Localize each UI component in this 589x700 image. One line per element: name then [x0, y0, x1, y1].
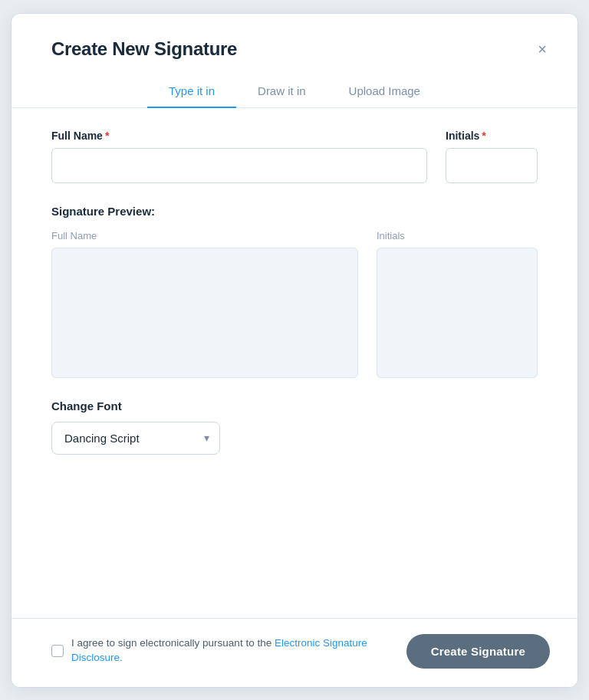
form-input-row: Full Name* Initials* — [51, 130, 538, 183]
font-select[interactable]: Dancing Script Pacifico Great Vibes Sati… — [51, 422, 220, 455]
full-name-label: Full Name* — [51, 130, 427, 142]
initials-preview-box — [377, 248, 538, 378]
create-signature-modal: Create New Signature × Type it in Draw i… — [11, 13, 578, 688]
preview-section-title: Signature Preview: — [51, 205, 538, 218]
tabs-container: Type it in Draw it in Upload Image — [12, 75, 577, 108]
change-font-section: Change Font Dancing Script Pacifico Grea… — [51, 399, 538, 455]
close-button[interactable]: × — [535, 38, 550, 60]
agreement-text: I agree to sign electronically pursuant … — [71, 636, 406, 665]
initials-input[interactable] — [446, 148, 538, 183]
font-select-wrapper: Dancing Script Pacifico Great Vibes Sati… — [51, 422, 220, 455]
full-name-input[interactable] — [51, 148, 427, 183]
modal-footer: I agree to sign electronically pursuant … — [12, 618, 577, 687]
full-name-required: * — [105, 130, 109, 142]
preview-row: Full Name Initials — [51, 230, 538, 378]
full-name-preview-label: Full Name — [51, 230, 358, 242]
initials-required: * — [482, 130, 485, 142]
initials-label: Initials* — [446, 130, 538, 142]
full-name-preview-box — [51, 248, 358, 378]
signature-preview-section: Signature Preview: Full Name Initials — [51, 205, 538, 378]
change-font-label: Change Font — [51, 399, 538, 412]
initials-preview-label: Initials — [377, 230, 538, 242]
tab-draw-it-in[interactable]: Draw it in — [236, 75, 327, 108]
tab-type-it-in[interactable]: Type it in — [147, 75, 236, 108]
modal-body: Full Name* Initials* Signature Preview: … — [12, 108, 577, 618]
agreement-row: I agree to sign electronically pursuant … — [51, 636, 406, 665]
initials-group: Initials* — [446, 130, 538, 183]
create-signature-button[interactable]: Create Signature — [406, 634, 550, 669]
modal-title: Create New Signature — [51, 38, 237, 60]
modal-header: Create New Signature × — [12, 14, 577, 75]
full-name-group: Full Name* — [51, 130, 427, 183]
agreement-checkbox[interactable] — [51, 645, 64, 657]
full-name-preview-group: Full Name — [51, 230, 358, 378]
initials-preview-group: Initials — [377, 230, 538, 378]
tab-upload-image[interactable]: Upload Image — [327, 75, 442, 108]
